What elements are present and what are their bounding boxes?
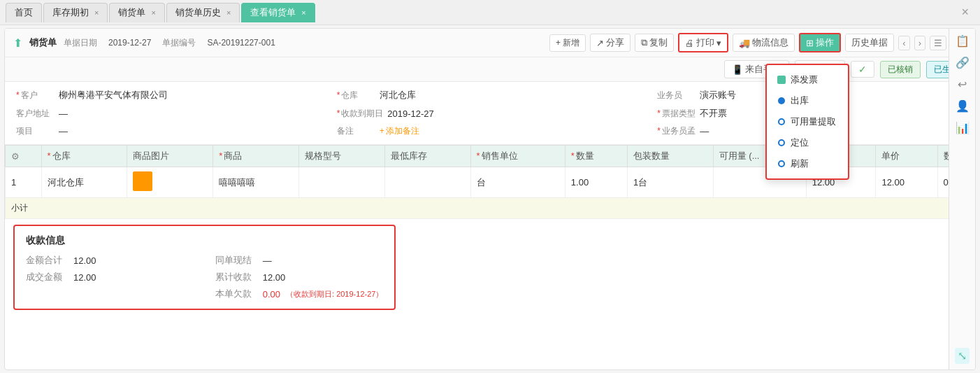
close-tab-sales-history[interactable]: × [226,8,231,17]
col-settings: ⚙ [6,146,42,167]
project-value: — [59,126,68,136]
same-order-value: — [263,255,272,266]
warehouse-value: 河北仓库 [380,89,416,101]
dropdown-refresh[interactable]: 刷新 [767,153,848,174]
salesperson-label: 业务员孟 [657,125,696,137]
main-toolbar: ⬆ 销货单 单据日期 2019-12-27 单据编号 SA-20191227-0… [5,29,975,57]
row-img [127,167,213,198]
doc-title-area: ⬆ 销货单 单据日期 2019-12-27 单据编号 SA-20191227-0… [13,36,275,50]
deal-amount-value: 12.00 [73,272,96,283]
panel-icon-1[interactable]: 📋 [956,34,970,48]
panel-icon-5[interactable]: 📊 [956,121,970,134]
panel-icon-4[interactable]: 👤 [956,99,970,113]
doc-meta: 单据日期 2019-12-27 单据编号 SA-20191227-001 [64,37,275,49]
total-label: 金额合计 [26,254,68,267]
logistics-button[interactable]: 🚚 物流信息 [733,34,795,52]
date-label: 单据日期 [64,37,97,49]
operation-button[interactable]: ⊞ 操作 [799,33,841,52]
tab-home[interactable]: 首页 [6,3,42,22]
history-button[interactable]: 历史单据 [845,34,894,52]
row-spec [298,167,384,198]
panel-icon-expand[interactable]: ⤡ [955,348,970,364]
nav-next-button[interactable]: › [914,36,925,50]
panel-icon-2[interactable]: 🔗 [956,56,970,69]
payment-title: 收款信息 [26,234,383,247]
col-product: 商品 [213,146,299,167]
owed-value: 0.00 [263,289,280,300]
print-button[interactable]: 🖨 打印 ▾ [678,33,728,52]
same-order-label: 同单现结 [215,254,257,267]
payment-box: 收款信息 金额合计 12.00 同单现结 — 成交金额 12.00 累计收款 1… [13,225,396,310]
window-close-button[interactable]: × [956,5,974,20]
outbound-icon [777,96,786,106]
due-date-label: 收款到期日 [337,108,384,120]
dropdown-locate[interactable]: 定位 [767,132,848,153]
check-button[interactable]: ✓ [851,61,874,78]
product-image [133,171,152,191]
row-product: 嘻嘻嘻嘻 [213,167,299,198]
row-price: 12.00 [876,167,937,198]
address-field: 客户地址 — [16,107,323,120]
logistics-icon: 🚚 [739,38,750,48]
phone-icon: 📱 [732,64,743,75]
owed-row: 本单欠款 0.00 （收款到期日: 2019-12-27） [215,288,384,300]
new-button[interactable]: + 新增 [549,34,586,52]
row-pack-qty: 1台 [627,167,713,198]
right-panel: 📋 🔗 ↩ 👤 📊 ⤡ [949,29,975,370]
same-order-row: 同单现结 — [215,254,384,267]
row-qty: 1.00 [565,167,627,198]
row-unit: 台 [470,167,565,198]
warehouse-label: 仓库 [337,90,375,101]
warehouse-field: 仓库 河北仓库 [337,89,644,101]
subtotal-label: 小计 [6,198,975,219]
dropdown-outbound[interactable]: 出库 [767,90,848,111]
doc-type-icon: ⬆ [13,36,22,50]
doc-type-label: 销货单 [29,36,57,49]
cumulative-row: 累计收款 12.00 [215,271,384,283]
salesperson-value: — [700,126,709,136]
add-note-button[interactable]: 添加备注 [380,125,419,137]
document-area: ⬆ 销货单 单据日期 2019-12-27 单据编号 SA-20191227-0… [4,28,976,370]
tab-sales[interactable]: 销货单 × [109,3,164,22]
col-qty: 数量 [565,146,627,167]
refresh-icon [777,159,786,169]
due-date-field: 收款到期日 2019-12-27 [337,107,644,120]
operation-dropdown: 添发票 出库 可用量提取 定位 刷新 [765,64,849,180]
panel-icon-3[interactable]: ↩ [958,78,967,91]
nav-prev-button[interactable]: ‹ [898,36,909,50]
number-label: 单据编号 [162,37,196,49]
col-price: 单价 [876,146,937,167]
tab-sales-history[interactable]: 销货单历史 × [166,3,240,22]
cumulative-label: 累计收款 [215,271,257,283]
close-tab-inventory[interactable]: × [94,8,99,17]
col-min-stock: 最低库存 [384,146,470,167]
tab-view-sales[interactable]: 查看销货单 × [241,3,315,22]
dropdown-add-invoice[interactable]: 添发票 [767,69,848,90]
project-field: 项目 — [16,125,323,137]
close-tab-view-sales[interactable]: × [301,8,305,17]
customer-field: 客户 柳州粤港平安气体有限公司 [16,89,323,101]
staff-label: 业务员 [657,90,696,101]
row-index: 1 [6,167,42,198]
dropdown-available-qty[interactable]: 可用量提取 [767,111,848,132]
staff-value: 演示账号 [700,89,736,101]
bill-type-value: 不开票 [700,107,727,120]
operation-icon: ⊞ [806,38,814,48]
copy-icon: ⧉ [641,37,647,48]
deal-amount-label: 成交金额 [26,271,68,283]
note-field: 备注 添加备注 [337,125,644,137]
locate-icon [777,138,786,148]
customer-label: 客户 [16,90,55,101]
settings-icon[interactable]: ⚙ [11,151,20,162]
copy-button[interactable]: ⧉ 复制 [635,34,674,52]
available-qty-icon [777,117,786,127]
payment-grid: 金额合计 12.00 同单现结 — 成交金额 12.00 累计收款 12.00 [26,254,383,300]
project-label: 项目 [16,125,55,137]
view-list-button[interactable]: ☰ [930,36,946,50]
share-button[interactable]: ↗ 分享 [590,34,630,52]
sold-status-button[interactable]: 已核销 [880,61,921,78]
address-label: 客户地址 [16,108,55,120]
tab-inventory[interactable]: 库存期初 × [43,3,108,22]
close-tab-sales[interactable]: × [151,8,155,17]
number-value: SA-20191227-001 [207,38,275,48]
